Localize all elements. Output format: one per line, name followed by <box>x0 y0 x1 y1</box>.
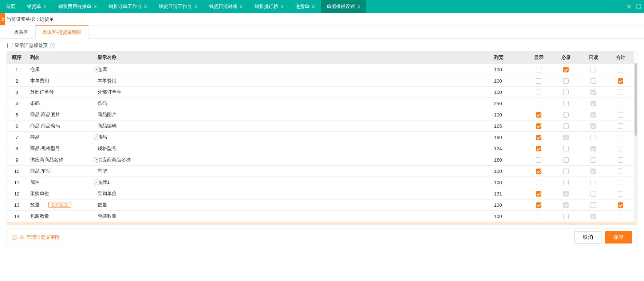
save-button[interactable]: 保存 <box>605 231 632 244</box>
tot-checkbox[interactable] <box>618 180 623 185</box>
tot-checkbox[interactable] <box>618 157 623 163</box>
cell-width[interactable]: 100 <box>490 222 525 225</box>
show-checkbox[interactable] <box>536 112 541 118</box>
table-row[interactable]: 9供应商商品名称+供应商商品名称160 <box>7 154 634 166</box>
cell-display[interactable]: 外部订单号 <box>94 87 490 98</box>
tot-checkbox[interactable] <box>618 67 623 72</box>
col-required[interactable]: 必录 <box>552 51 580 64</box>
show-checkbox[interactable] <box>536 101 541 106</box>
ro-checkbox[interactable] <box>590 67 596 72</box>
table-row[interactable]: 8商品.规格型号规格型号124 <box>7 143 634 154</box>
cell-width[interactable]: 250 <box>490 98 525 109</box>
vertical-scrollbar[interactable] <box>634 63 637 225</box>
show-checkbox[interactable] <box>536 214 541 219</box>
ro-checkbox[interactable] <box>590 157 596 163</box>
cell-width[interactable]: 160 <box>490 132 525 143</box>
cell-display[interactable]: 商品编码 <box>94 120 490 132</box>
cell-display[interactable]: 车型 <box>94 166 490 177</box>
req-checkbox[interactable] <box>563 90 569 95</box>
table-row[interactable]: 14包装数量包装数量100 <box>7 211 634 222</box>
cell-width[interactable]: 165 <box>490 120 525 132</box>
close-panel-icon[interactable] <box>627 4 632 9</box>
ro-checkbox[interactable] <box>590 180 596 185</box>
cell-display[interactable]: 仓库 <box>94 64 490 75</box>
cell-display[interactable]: 品牌1 <box>94 177 490 188</box>
req-checkbox[interactable] <box>563 146 569 151</box>
req-checkbox[interactable] <box>563 101 569 106</box>
formula-button[interactable]: 公式设置 <box>48 202 71 208</box>
table-row[interactable]: 6商品.商品编码商品编码165 <box>7 120 634 132</box>
col-width[interactable]: 列宽 <box>490 51 525 64</box>
show-checkbox[interactable] <box>536 67 541 72</box>
ro-checkbox[interactable] <box>590 78 596 84</box>
req-checkbox[interactable] <box>563 78 569 84</box>
show-checkbox[interactable] <box>536 78 541 84</box>
ro-checkbox[interactable] <box>590 191 596 197</box>
tot-checkbox[interactable] <box>618 135 623 140</box>
show-checkbox[interactable] <box>536 135 541 140</box>
table-row[interactable]: 12采购单位采购单位131 <box>7 188 634 199</box>
table-row[interactable]: 3外部订单号外部订单号100 <box>7 87 634 98</box>
tab-close-icon[interactable]: ✕ <box>94 4 97 9</box>
footer-help-icon[interactable]: ? <box>12 235 17 240</box>
cell-display[interactable]: 采购单位 <box>94 188 490 199</box>
cell-width[interactable]: 100 <box>490 109 525 120</box>
cell-width[interactable]: 100 <box>490 75 525 87</box>
collapse-chevron-icon[interactable] <box>0 13 5 25</box>
table-row[interactable]: 10商品.车型车型100 <box>7 166 634 177</box>
tab-close-icon[interactable]: ✕ <box>144 4 147 9</box>
show-checkbox[interactable] <box>536 191 541 197</box>
table-row[interactable]: 7商品+商品160 <box>7 132 634 143</box>
cell-width[interactable]: 100 <box>490 177 525 188</box>
tot-checkbox[interactable] <box>618 101 623 106</box>
col-display[interactable]: 显示名称 <box>94 51 490 64</box>
add-icon[interactable]: + <box>94 67 100 72</box>
tab-close-icon[interactable]: ✕ <box>280 4 284 9</box>
cell-width[interactable]: 131 <box>490 188 525 199</box>
tot-checkbox[interactable] <box>618 112 623 118</box>
tot-checkbox[interactable] <box>618 169 623 174</box>
req-checkbox[interactable] <box>563 123 569 129</box>
tab-close-icon[interactable]: ✕ <box>194 4 197 9</box>
sub-tab-0[interactable]: 表头区 <box>7 26 35 39</box>
table-row[interactable]: 5商品.商品图片商品图片100 <box>7 109 634 120</box>
tab-close-icon[interactable]: ✕ <box>43 4 47 9</box>
cell-display[interactable]: 单位2 <box>94 222 490 225</box>
show-summary-checkbox[interactable] <box>7 43 12 48</box>
help-icon[interactable]: ? <box>50 43 55 48</box>
tot-checkbox[interactable] <box>618 78 623 84</box>
cancel-button[interactable]: 取消 <box>574 231 601 244</box>
cell-width[interactable]: 100 <box>490 211 525 222</box>
cell-display[interactable]: 商品图片 <box>94 109 490 120</box>
top-tab-6[interactable]: 销售排行榜✕ <box>249 0 289 13</box>
tot-checkbox[interactable] <box>618 90 623 95</box>
cell-display[interactable]: 包装数量 <box>94 211 490 222</box>
table-row[interactable]: 15单位2单位2100 <box>7 222 634 225</box>
col-readonly[interactable]: 只读 <box>580 51 607 64</box>
req-checkbox[interactable] <box>563 67 569 72</box>
scrollbar-thumb[interactable] <box>635 63 637 136</box>
tab-close-icon[interactable]: ✕ <box>357 4 360 9</box>
ro-checkbox[interactable] <box>590 135 596 140</box>
col-name[interactable]: 列名 <box>27 51 94 64</box>
req-checkbox[interactable] <box>563 112 569 118</box>
add-icon[interactable]: + <box>94 134 100 140</box>
top-tab-7[interactable]: 进货单✕ <box>289 0 321 13</box>
tot-checkbox[interactable] <box>618 214 623 219</box>
cell-display[interactable]: 供应商商品名称 <box>94 154 490 166</box>
cell-display[interactable]: 本单费用 <box>94 75 490 87</box>
tot-checkbox[interactable] <box>618 123 623 129</box>
cell-display[interactable]: 规格型号 <box>94 143 490 154</box>
show-checkbox[interactable] <box>536 180 541 185</box>
req-checkbox[interactable] <box>563 180 569 185</box>
table-row[interactable]: 13数量公式设置数量100 <box>7 199 634 211</box>
cell-display[interactable]: 条码 <box>94 98 490 109</box>
col-show[interactable]: 显示 <box>525 51 552 64</box>
cell-width[interactable]: 124 <box>490 143 525 154</box>
show-checkbox[interactable] <box>536 90 541 95</box>
cell-display[interactable]: 数量 <box>94 199 490 211</box>
add-icon[interactable]: + <box>94 157 100 163</box>
req-checkbox[interactable] <box>563 214 569 219</box>
ro-checkbox[interactable] <box>590 202 596 208</box>
cell-width[interactable]: 100 <box>490 166 525 177</box>
